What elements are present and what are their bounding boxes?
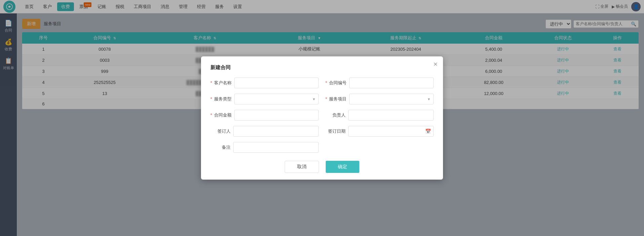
remark-label: 备注 bbox=[210, 144, 231, 150]
customer-name-input[interactable] bbox=[234, 78, 319, 88]
signer-input[interactable] bbox=[233, 126, 319, 137]
sign-date-wrap: 2023-06-06 📅 bbox=[348, 126, 434, 137]
modal-create-contract: ✕ 新建合同 * 客户名称 * 合同编号 bbox=[201, 56, 443, 180]
form-field-remark: 备注 bbox=[210, 142, 319, 153]
form-field-service-item: * 服务项目 ▼ bbox=[325, 94, 434, 104]
contract-no-input[interactable] bbox=[349, 78, 434, 88]
form-field-sign-date: 签订日期 2023-06-06 📅 bbox=[325, 126, 434, 137]
sign-date-input[interactable]: 2023-06-06 bbox=[348, 126, 434, 137]
calendar-icon[interactable]: 📅 bbox=[425, 129, 431, 134]
form-row-4: 签订人 签订日期 2023-06-06 📅 bbox=[210, 126, 434, 137]
amount-input[interactable]: 0.00 bbox=[234, 110, 319, 121]
form-field-responsible: 负责人 bbox=[325, 110, 434, 121]
customer-name-label: * 客户名称 bbox=[210, 80, 232, 86]
form-row-5: 备注 bbox=[210, 142, 434, 153]
form-field-service-type: * 服务类型 ▼ bbox=[210, 94, 319, 104]
modal-title: 新建合同 bbox=[210, 64, 434, 71]
remark-input[interactable] bbox=[233, 142, 319, 153]
responsible-input[interactable] bbox=[348, 110, 434, 121]
form-row-1: * 客户名称 * 合同编号 bbox=[210, 78, 434, 88]
cancel-button[interactable]: 取消 bbox=[285, 161, 319, 173]
service-type-label: * 服务类型 bbox=[210, 96, 232, 102]
service-item-select[interactable]: ▼ bbox=[349, 94, 434, 104]
confirm-button[interactable]: 确定 bbox=[326, 161, 359, 173]
signer-label: 签订人 bbox=[210, 128, 231, 134]
form-field-contract-no: * 合同编号 bbox=[325, 78, 434, 88]
service-type-select-input[interactable] bbox=[237, 97, 312, 102]
service-item-select-input[interactable] bbox=[352, 97, 427, 102]
modal-close-button[interactable]: ✕ bbox=[433, 61, 438, 67]
contract-no-label: * 合同编号 bbox=[325, 80, 347, 86]
form-row-2: * 服务类型 ▼ * 服务项目 bbox=[210, 94, 434, 104]
responsible-label: 负责人 bbox=[325, 112, 346, 118]
modal-footer: 取消 确定 bbox=[210, 161, 434, 173]
service-type-select[interactable]: ▼ bbox=[234, 94, 319, 104]
form-field-amount: * 合同金额 0.00 bbox=[210, 110, 319, 121]
select-arrow-icon: ▼ bbox=[312, 97, 316, 101]
sign-date-label: 签订日期 bbox=[325, 128, 346, 134]
amount-label: * 合同金额 bbox=[210, 112, 232, 118]
service-item-label: * 服务项目 bbox=[325, 96, 347, 102]
modal-overlay: ✕ 新建合同 * 客户名称 * 合同编号 bbox=[0, 0, 644, 236]
form-row-3: * 合同金额 0.00 负责人 bbox=[210, 110, 434, 121]
form-field-signer: 签订人 bbox=[210, 126, 319, 137]
select-arrow-icon-2: ▼ bbox=[427, 97, 431, 101]
form-field-customer-name: * 客户名称 bbox=[210, 78, 319, 88]
